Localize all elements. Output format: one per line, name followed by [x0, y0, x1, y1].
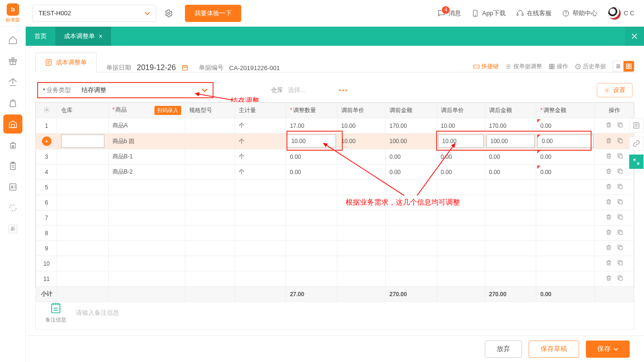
view-grid-icon[interactable]	[624, 61, 634, 72]
delete-icon[interactable]	[605, 275, 612, 283]
date-value[interactable]: 2019-12-26	[137, 63, 176, 72]
rail-note-icon[interactable]	[629, 118, 644, 133]
sidebar-clipboard-icon[interactable]	[3, 156, 22, 176]
table-row[interactable]: 5	[36, 180, 634, 195]
warehouse-select[interactable]: TEST-H002	[32, 5, 156, 22]
table-row[interactable]: 10	[36, 256, 634, 271]
user-menu[interactable]: C C	[608, 7, 634, 20]
sidebar-profile-icon[interactable]	[3, 177, 22, 197]
table-row[interactable]: 4商品B-2个0.000.000.000.000.00	[36, 165, 634, 180]
delete-icon[interactable]	[605, 183, 612, 191]
delete-icon[interactable]	[605, 137, 612, 145]
qty-input[interactable]: 10.00	[287, 134, 336, 148]
delete-icon[interactable]	[605, 198, 612, 207]
logo-icon: b	[7, 3, 19, 16]
settings-button[interactable]: 设置	[597, 83, 633, 97]
table-row[interactable]: 11	[36, 271, 634, 287]
sidebar-warehouse-icon[interactable]	[3, 114, 22, 134]
svg-rect-3	[517, 13, 518, 15]
hotkey-action[interactable]: 快捷键	[473, 62, 499, 71]
messages-link[interactable]: 4 消息	[437, 9, 461, 18]
col-ops: 操作	[595, 103, 634, 118]
copy-icon[interactable]	[617, 198, 624, 207]
svg-rect-4	[522, 13, 523, 15]
tab-home[interactable]: 首页	[26, 27, 55, 46]
delete-icon[interactable]	[605, 122, 612, 130]
app-download-link[interactable]: App下载	[471, 9, 505, 18]
svg-point-2	[475, 15, 476, 15]
sidebar-sync-icon[interactable]	[3, 198, 22, 217]
message-badge: 4	[442, 6, 450, 14]
col-adj-amt: *调整金额	[536, 103, 595, 118]
delete-icon[interactable]	[605, 244, 612, 252]
logo: b 标准版	[0, 3, 26, 23]
copy-icon[interactable]	[617, 259, 624, 268]
more-icon[interactable]: •••	[339, 87, 348, 94]
delete-icon[interactable]	[605, 153, 612, 161]
save-button[interactable]: 保存	[586, 341, 630, 358]
scan-entry-badge[interactable]: 扫码录入	[154, 106, 181, 115]
view-toggle[interactable]	[613, 61, 634, 72]
col-settings-icon[interactable]	[36, 103, 57, 118]
add-row-icon[interactable]: +	[42, 136, 51, 146]
operation-action[interactable]: 操作	[549, 62, 568, 71]
tab-cost-adjustment[interactable]: 成本调整单 ×	[55, 27, 111, 46]
table-row[interactable]: +商品b 固个10.0010.00100.0010.00100.000.00	[36, 134, 634, 149]
history-action[interactable]: 历史单据	[575, 62, 606, 71]
table-row[interactable]: 7	[36, 210, 634, 226]
delete-icon[interactable]	[605, 168, 612, 176]
remarks-input[interactable]	[76, 309, 624, 316]
business-type-select[interactable]: * 业务类型 结存调整	[37, 82, 214, 98]
table-row[interactable]: 3商品B-1个0.000.000.000.000.00	[36, 149, 634, 165]
calendar-icon[interactable]	[182, 64, 188, 71]
sidebar-money-icon[interactable]	[3, 135, 22, 155]
sidebar-new-icon[interactable]: 新	[3, 219, 22, 238]
warehouse-filter[interactable]: 仓库 选择... •••	[271, 86, 348, 94]
table-row[interactable]: 8	[36, 226, 634, 241]
table-row[interactable]: 6	[36, 195, 634, 210]
top-right-nav: 4 消息 App下载 在线客服 帮助中心 C C	[437, 7, 634, 20]
customer-service-link[interactable]: 在线客服	[516, 9, 552, 18]
sidebar-upload-icon[interactable]	[3, 72, 22, 92]
sidebar-gift-icon[interactable]	[3, 52, 22, 71]
copy-icon[interactable]	[617, 153, 624, 161]
try-experience-button[interactable]: 我要体验一下	[185, 5, 241, 22]
svg-rect-22	[626, 64, 628, 66]
help-center-link[interactable]: 帮助中心	[562, 9, 597, 18]
copy-icon[interactable]	[617, 275, 624, 283]
data-table: 仓库 *商品扫码录入 规格型号 主计量 *调整数量 调前单价 调前金额 调后单价…	[36, 103, 634, 302]
adj-amt-input[interactable]: 0.00	[537, 134, 593, 148]
warehouse-input[interactable]	[61, 134, 104, 148]
post-price-input[interactable]: 10.00	[438, 134, 484, 148]
col-pre-amt: 调前金额	[385, 103, 437, 118]
tabs-close-all-icon[interactable]	[625, 27, 644, 46]
sidebar-home-icon[interactable]	[3, 31, 22, 50]
copy-icon[interactable]	[617, 229, 624, 237]
copy-icon[interactable]	[617, 168, 624, 176]
settings-gear-button[interactable]	[161, 6, 176, 21]
rail-link-icon[interactable]	[629, 136, 644, 151]
subtotal-row: 小计 27.00 270.00 270.00 0.00	[36, 287, 634, 302]
save-draft-button[interactable]: 保存草稿	[529, 341, 579, 358]
delete-icon[interactable]	[605, 229, 612, 237]
svg-rect-35	[619, 216, 622, 219]
rail-expand-icon[interactable]	[629, 155, 644, 169]
copy-icon[interactable]	[617, 244, 624, 252]
copy-icon[interactable]	[617, 137, 624, 145]
tabs-bar: 首页 成本调整单 ×	[26, 27, 644, 46]
table-row[interactable]: 9	[36, 241, 634, 256]
copy-icon[interactable]	[617, 122, 624, 130]
copy-icon[interactable]	[617, 183, 624, 191]
discard-button[interactable]: 放弃	[485, 341, 522, 358]
col-uom: 主计量	[235, 103, 286, 118]
document-tab[interactable]: 成本调整单	[35, 52, 97, 72]
view-list-icon[interactable]	[613, 61, 624, 72]
sidebar-bag-icon[interactable]	[3, 93, 22, 113]
tab-close-icon[interactable]: ×	[99, 32, 102, 40]
delete-icon[interactable]	[605, 259, 612, 268]
copy-icon[interactable]	[617, 214, 624, 222]
table-row[interactable]: 1商品A个17.0010.00170.0010.00170.000.00	[36, 118, 634, 134]
post-amt-input[interactable]: 100.00	[486, 134, 535, 148]
delete-icon[interactable]	[605, 214, 612, 222]
per-bill-action[interactable]: 按单据调整	[505, 62, 542, 71]
